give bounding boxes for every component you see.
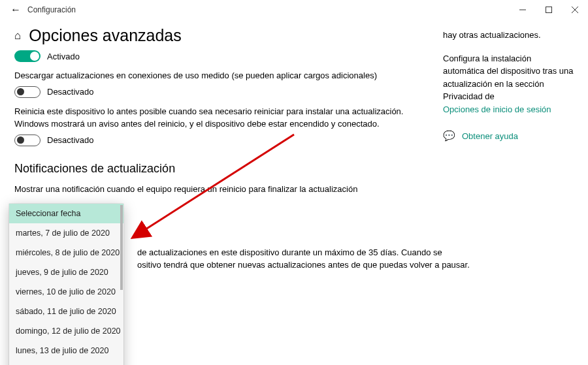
dropdown-option[interactable]: jueves, 9 de julio de 2020 <box>9 262 123 282</box>
dropdown-option[interactable]: lunes, 13 de julio de 2020 <box>9 341 123 360</box>
dropdown-option[interactable]: miércoles, 8 de julio de 2020 <box>9 243 123 262</box>
minimize-button[interactable] <box>510 0 536 20</box>
maximize-button[interactable] <box>536 0 562 20</box>
main-panel: ⌂ Opciones avanzadas Activado Descargar … <box>14 22 430 199</box>
dropdown-option[interactable]: martes, 7 de julio de 2020 <box>9 223 123 243</box>
back-icon[interactable]: ← <box>7 4 25 16</box>
toggle-label: Activado <box>47 52 80 61</box>
pause-desc-line1: de actualizaciones en este dispositivo d… <box>137 247 442 259</box>
dropdown-option[interactable]: sábado, 11 de julio de 2020 <box>9 302 123 321</box>
window-title: Configuración <box>27 5 76 14</box>
side-panel: hay otras actualizaciones. Configura la … <box>430 22 574 199</box>
page-title: Opciones avanzadas <box>29 26 181 45</box>
toggle-label: Desactivado <box>47 135 94 145</box>
dropdown-option[interactable]: Seleccionar fecha <box>9 204 123 223</box>
toggle-restart[interactable]: Desactivado <box>14 135 430 146</box>
section-notifications: Notificaciones de actualización <box>14 162 430 176</box>
dropdown-option[interactable]: martes, 14 de julio de 2020 <box>9 360 123 365</box>
side-text-1: hay otras actualizaciones. <box>443 29 574 42</box>
window-buttons <box>510 0 588 20</box>
side-text-2: Configura la instalación automática del … <box>443 52 574 103</box>
link-signin-options[interactable]: Opciones de inicio de sesión <box>443 104 551 114</box>
desc-restart: Reinicia este dispositivo lo antes posib… <box>14 106 430 131</box>
svg-rect-1 <box>546 7 552 13</box>
close-button[interactable] <box>562 0 588 20</box>
help-icon: 💬 <box>443 129 455 144</box>
desc-metered: Descargar actualizaciones en conexiones … <box>14 70 430 82</box>
desc-notification: Mostrar una notificación cuando el equip… <box>14 183 430 196</box>
dropdown-scrollbar[interactable] <box>120 205 123 290</box>
date-dropdown[interactable]: Seleccionar fecha martes, 7 de julio de … <box>9 204 123 365</box>
toggle-label: Desactivado <box>47 87 94 97</box>
home-icon[interactable]: ⌂ <box>14 29 21 42</box>
pause-desc-line2: ositivo tendrá que obtener nuevas actual… <box>137 259 470 272</box>
toggle-metered[interactable]: Desactivado <box>14 86 430 98</box>
dropdown-option[interactable]: viernes, 10 de julio de 2020 <box>9 282 123 302</box>
toggle-activado[interactable]: Activado <box>14 50 430 62</box>
title-bar: ← Configuración <box>0 0 588 20</box>
link-get-help[interactable]: Obtener ayuda <box>462 130 518 143</box>
dropdown-option[interactable]: domingo, 12 de julio de 2020 <box>9 321 123 341</box>
